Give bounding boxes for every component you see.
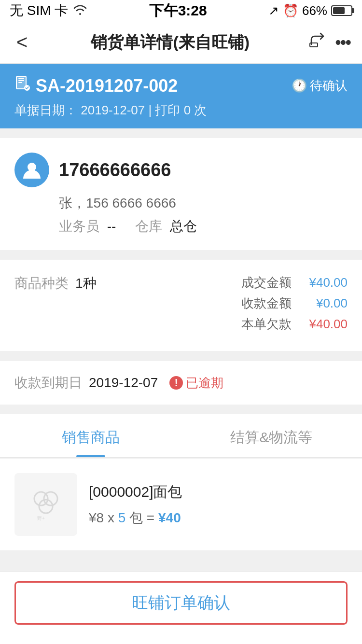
status-bar: 无 SIM 卡 下午3:28 ↗ ⏰ 66% bbox=[0, 0, 362, 21]
svg-text:野+: 野+ bbox=[37, 516, 45, 521]
order-date: 单据日期： 2019-12-07 | 打印 0 次 bbox=[14, 102, 348, 119]
customer-phone: 17666666666 bbox=[59, 160, 171, 181]
product-item: 野+ [0000002]面包 ¥8 x 5 包 = ¥40 bbox=[0, 459, 362, 550]
amount-value: ¥40.00 bbox=[299, 275, 348, 290]
svg-rect-2 bbox=[18, 78, 24, 79]
tab-section: 销售商品 结算&物流等 bbox=[0, 414, 362, 458]
wifi-icon bbox=[73, 3, 87, 18]
customer-section: 17666666666 张，156 6666 6666 业务员 -- 仓库 总仓 bbox=[0, 138, 362, 250]
goods-type-value: 1种 bbox=[75, 274, 97, 293]
overdue-badge: ! 已逾期 bbox=[169, 375, 223, 392]
received-label: 收款金额 bbox=[241, 295, 292, 312]
tab-settlement[interactable]: 结算&物流等 bbox=[181, 414, 362, 457]
summary-section: 商品种类 1种 成交金额 ¥40.00 收款金额 ¥0.00 本单欠款 ¥40.… bbox=[0, 260, 362, 351]
warehouse-value: 总仓 bbox=[170, 219, 197, 234]
due-date: 2019-12-07 bbox=[89, 375, 158, 391]
overdue-text: 已逾期 bbox=[186, 375, 223, 392]
product-qty: 5 bbox=[118, 510, 126, 525]
more-icon[interactable]: ••• bbox=[335, 32, 350, 53]
summary-right: 成交金额 ¥40.00 收款金额 ¥0.00 本单欠款 ¥40.00 bbox=[241, 274, 348, 336]
product-section: 野+ [0000002]面包 ¥8 x 5 包 = ¥40 bbox=[0, 459, 362, 550]
product-total: ¥40 bbox=[158, 510, 181, 525]
customer-avatar bbox=[14, 153, 49, 187]
order-id: SA-20191207-002 bbox=[14, 75, 178, 96]
due-section: 收款到期日 2019-12-07 ! 已逾期 bbox=[0, 361, 362, 405]
battery-percent: 66% bbox=[302, 3, 327, 18]
location-icon: ↗ bbox=[268, 3, 279, 18]
confirm-button[interactable]: 旺铺订单确认 bbox=[14, 581, 348, 625]
tab-sales-products[interactable]: 销售商品 bbox=[0, 414, 181, 457]
summary-left: 商品种类 1种 bbox=[14, 274, 97, 293]
share-icon[interactable] bbox=[308, 31, 325, 53]
order-status: 🕐 待确认 bbox=[292, 77, 348, 94]
sales-value: -- bbox=[107, 219, 116, 234]
status-time: 下午3:28 bbox=[149, 1, 207, 21]
tab-bar: 销售商品 结算&物流等 bbox=[0, 414, 362, 457]
order-header: SA-20191207-002 🕐 待确认 单据日期： 2019-12-07 |… bbox=[0, 64, 362, 128]
warehouse-label: 仓库 bbox=[135, 219, 162, 234]
received-value: ¥0.00 bbox=[299, 296, 348, 311]
nav-bar: < 销货单详情(来自旺铺) ••• bbox=[0, 21, 362, 64]
svg-rect-4 bbox=[18, 82, 22, 83]
product-price-line: ¥8 x 5 包 = ¥40 bbox=[89, 509, 348, 527]
overdue-icon: ! bbox=[169, 376, 183, 390]
bottom-bar: 旺铺订单确认 bbox=[0, 571, 362, 644]
owed-label: 本单欠款 bbox=[241, 316, 292, 333]
status-left: 无 SIM 卡 bbox=[10, 1, 87, 20]
product-details: [0000002]面包 ¥8 x 5 包 = ¥40 bbox=[89, 482, 348, 527]
customer-info: 张，156 6666 6666 bbox=[14, 194, 348, 212]
goods-type-label: 商品种类 bbox=[14, 274, 69, 293]
product-name: [0000002]面包 bbox=[89, 482, 348, 502]
product-image: 野+ bbox=[14, 473, 77, 536]
order-id-text: SA-20191207-002 bbox=[36, 76, 178, 96]
page-title: 销货单详情(来自旺铺) bbox=[91, 31, 250, 54]
order-icon bbox=[14, 75, 31, 96]
customer-meta: 业务员 -- 仓库 总仓 bbox=[14, 217, 348, 236]
svg-point-9 bbox=[39, 500, 53, 513]
clock-icon: 🕐 bbox=[292, 78, 307, 93]
alarm-icon: ⏰ bbox=[283, 3, 298, 18]
svg-rect-3 bbox=[18, 80, 24, 81]
back-button[interactable]: < bbox=[12, 27, 32, 58]
nav-actions: ••• bbox=[308, 31, 350, 53]
battery-icon bbox=[331, 5, 352, 16]
sales-label: 业务员 bbox=[59, 219, 99, 234]
owed-value: ¥40.00 bbox=[299, 317, 348, 332]
carrier-text: 无 SIM 卡 bbox=[10, 1, 68, 20]
status-right: ↗ ⏰ 66% bbox=[268, 3, 352, 18]
amount-label: 成交金额 bbox=[241, 274, 292, 291]
svg-point-8 bbox=[44, 492, 57, 505]
status-text: 待确认 bbox=[310, 77, 348, 94]
due-label: 收款到期日 bbox=[14, 374, 82, 392]
